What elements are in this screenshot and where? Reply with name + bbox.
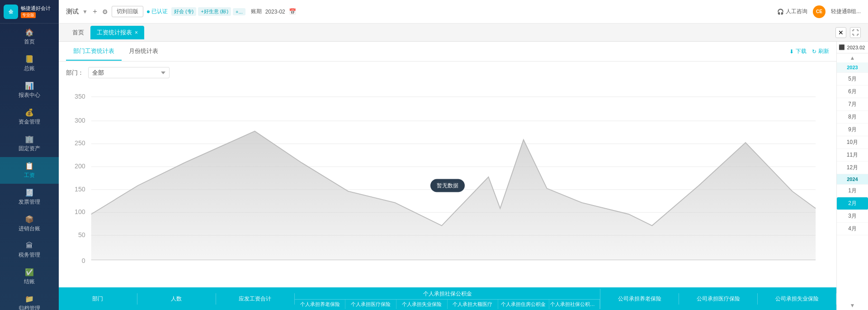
refresh-button[interactable]: ↻ 刷新 (812, 48, 829, 55)
sidebar-item-salary[interactable]: 📋 工资 (0, 157, 59, 184)
sidebar-item-label: 报表中心 (19, 91, 40, 99)
tags-area: 好会 (专) +好生意 (标) +... (171, 7, 245, 16)
month-2023-7[interactable]: 7月 (837, 98, 868, 111)
col-group-label: 个人承担社保公积金 (295, 289, 600, 300)
topbar-right: 🎧 人工咨询 CE 轻捷通B组... (777, 5, 861, 18)
svg-text:50: 50 (78, 231, 85, 238)
sidebar-item-purchase[interactable]: 📦 进销台账 (0, 210, 59, 237)
month-2024-4[interactable]: 4月 (837, 223, 868, 235)
add-button[interactable]: ＋ (91, 7, 99, 16)
col-group-cells: 个人承担养老保险 个人承担医疗保险 个人承担失业保险 个人承担大额医疗 个人承担… (295, 300, 600, 309)
sidebar-item-checkout[interactable]: ✅ 结账 (0, 263, 59, 290)
month-2023-6[interactable]: 6月 (837, 86, 868, 98)
sidebar-item-label: 总账 (24, 65, 35, 72)
year-2024: 2024 (837, 174, 868, 185)
chart-svg: 350 300 250 200 150 100 50 0 (68, 88, 827, 283)
settings-button[interactable]: ⚙ (102, 8, 108, 15)
archive-icon: 📁 (25, 295, 34, 303)
salary-icon: 📋 (25, 162, 34, 170)
sidebar-item-archive[interactable]: 📁 归档管理 (0, 290, 59, 310)
col-company-pension: 公司承担养老保险 (600, 293, 679, 305)
ledger-icon: 📒 (25, 55, 34, 63)
tag-haohui: 好会 (专) (171, 7, 196, 16)
col-personal-total: 个人承担社保公积金合计 (549, 300, 600, 309)
month-2023-12[interactable]: 12月 (837, 162, 868, 174)
month-2024-1[interactable]: 1月 (837, 185, 868, 197)
sidebar-item-label: 固定资产 (19, 145, 40, 153)
col-personal-major-medical: 个人承担大额医疗 (448, 300, 499, 309)
sidebar-item-label: 资金管理 (19, 118, 40, 126)
date-input-row: ⬛ (837, 42, 868, 53)
download-icon: ⬇ (789, 48, 794, 55)
col-personal-housing-fund: 个人承担住房公积金 (498, 300, 549, 309)
refresh-icon: ↻ (812, 48, 816, 55)
checkout-icon: ✅ (25, 268, 34, 277)
col-company-unemployment: 公司承担失业保险 (758, 293, 836, 305)
month-2023-5[interactable]: 5月 (837, 73, 868, 86)
reports-icon: 📊 (25, 81, 34, 90)
sidebar-item-home[interactable]: 🏠 首页 (0, 24, 59, 50)
date-nav-down-button[interactable]: ▼ (837, 301, 868, 310)
svg-text:250: 250 (75, 140, 85, 147)
dropdown-arrow-icon[interactable]: ▼ (82, 9, 88, 15)
col-total-salary: 应发工资合计 (216, 293, 295, 305)
col-headcount: 人数 (137, 293, 216, 305)
col-personal-unemployment: 个人承担失业保险 (396, 300, 448, 309)
tab-close-button[interactable]: × (135, 29, 138, 36)
col-personal-pension: 个人承担养老保险 (295, 300, 346, 309)
tag-haoshengyi: +好生意 (标) (198, 7, 231, 16)
sidebar-item-tax[interactable]: 🏛 税务管理 (0, 237, 59, 263)
sidebar-item-funds[interactable]: 💰 资金管理 (0, 104, 59, 130)
department-select[interactable]: 全部 销售部 行政部 财务部 技术部 (88, 67, 170, 78)
col-personal-medical: 个人承担医疗保险 (345, 300, 396, 309)
period-label: 账期 (251, 8, 262, 15)
switch-version-button[interactable]: 切到旧版 (112, 6, 143, 17)
tab-maximize-button[interactable]: ⛶ (850, 27, 861, 38)
sidebar-item-assets[interactable]: 🏢 固定资产 (0, 130, 59, 157)
svg-text:0: 0 (82, 257, 85, 264)
date-icon: ⬛ (839, 44, 845, 50)
sub-tab-monthly[interactable]: 月份统计表 (122, 43, 165, 61)
month-2023-9[interactable]: 9月 (837, 124, 868, 136)
sidebar: 会 畅捷通好会计 专业版 🏠 首页 📒 总账 📊 报表中心 💰 资金管理 🏢 固… (0, 0, 59, 310)
sub-tab-department[interactable]: 部门工资统计表 (66, 43, 122, 61)
tab-close-window-button[interactable]: ✕ (835, 27, 846, 38)
sub-tabbar: 部门工资统计表 月份统计表 ⬇ 下载 ↻ 刷新 (59, 42, 836, 62)
date-input[interactable] (846, 45, 866, 50)
sidebar-item-label: 工资 (24, 172, 35, 179)
month-2024-2[interactable]: 2月 (837, 197, 868, 210)
date-panel: ⬛ ▲ 2023 5月 6月 7月 8月 9月 10月 11月 12月 2024… (836, 42, 868, 310)
sidebar-item-reports[interactable]: 📊 报表中心 (0, 77, 59, 104)
download-button[interactable]: ⬇ 下载 (789, 48, 807, 55)
logo-icon: 会 (4, 5, 18, 19)
svg-text:350: 350 (75, 93, 85, 100)
svg-text:300: 300 (75, 117, 85, 124)
period-value: 2023-02 (265, 9, 285, 15)
month-2023-11[interactable]: 11月 (837, 149, 868, 162)
year-2023: 2023 (837, 62, 868, 73)
chart-area: 350 300 250 200 150 100 50 0 (59, 84, 836, 287)
month-2023-8[interactable]: 8月 (837, 111, 868, 124)
month-2024-3[interactable]: 3月 (837, 210, 868, 223)
user-name[interactable]: 轻捷通B组... (831, 8, 861, 15)
tab-salary-report[interactable]: 工资统计报表 × (90, 26, 144, 39)
tax-icon: 🏛 (26, 242, 33, 250)
month-2023-10[interactable]: 10月 (837, 136, 868, 149)
tab-actions: ✕ ⛶ (835, 27, 861, 38)
sidebar-item-label: 归档管理 (19, 305, 40, 310)
sidebar-item-label: 税务管理 (19, 251, 40, 259)
sidebar-item-ledger[interactable]: 📒 总账 (0, 50, 59, 77)
sidebar-item-invoice[interactable]: 🧾 发票管理 (0, 184, 59, 210)
svg-text:100: 100 (75, 208, 85, 215)
sidebar-nav: 🏠 首页 📒 总账 📊 报表中心 💰 资金管理 🏢 固定资产 📋 工资 🧾 发票… (0, 24, 59, 310)
invoice-icon: 🧾 (25, 188, 34, 197)
sidebar-item-label: 首页 (24, 38, 35, 46)
logo-area: 会 畅捷通好会计 专业版 (0, 0, 59, 24)
support-button[interactable]: 🎧 人工咨询 (777, 8, 807, 15)
date-nav-up-button[interactable]: ▲ (837, 53, 868, 62)
table-header-row: 部门 人数 应发工资合计 个人承担社保公积金 个人承担养老保险 个人承担医疗保险… (59, 287, 836, 310)
sidebar-item-label: 进销台账 (19, 225, 40, 233)
tab-home[interactable]: 首页 (66, 26, 90, 39)
calendar-icon[interactable]: 📅 (289, 8, 296, 15)
purchase-icon: 📦 (25, 215, 34, 224)
